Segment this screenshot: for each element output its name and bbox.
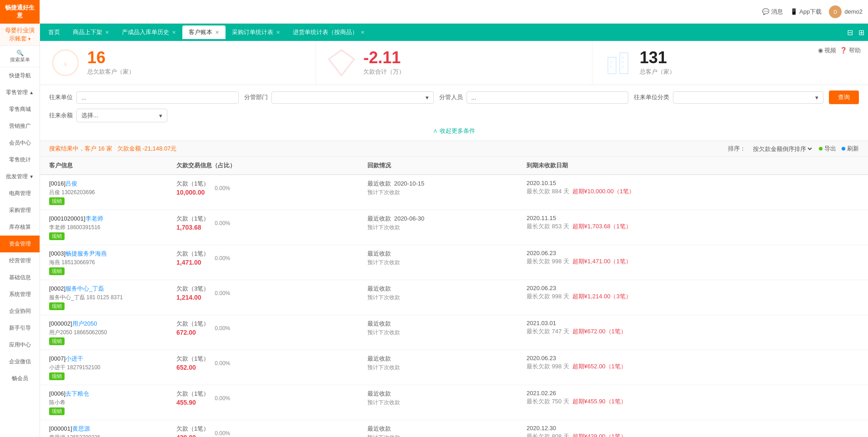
debt-amount-2[interactable]: 1,471.00	[176, 259, 209, 266]
sidebar-item-newbie[interactable]: 新手引导	[0, 320, 40, 337]
customer-name-1[interactable]: 李老师	[85, 215, 103, 222]
customer-info-2: [0003]畅捷服务尹海燕 海燕 18513066976 现销	[49, 250, 176, 275]
overdue-5: 最长欠款 998 天 超期¥652.00（1笔）	[527, 362, 859, 371]
unit-category-select[interactable]: ▾	[673, 91, 823, 104]
sidebar-item-app-center[interactable]: 应用中心	[0, 337, 40, 353]
message-button[interactable]: 💬 消息	[762, 8, 783, 16]
tab-instock-stats[interactable]: 进货单统计表（按商品）✕	[286, 25, 371, 39]
suite-selector[interactable]: 母婴行业演示账套 ▾	[0, 24, 40, 46]
customer-name-5[interactable]: 小进干	[65, 355, 83, 362]
customer-name-0[interactable]: 吕俊	[65, 180, 77, 187]
coin-icon: ¥	[51, 48, 80, 77]
tab-purchase-order[interactable]: 采购订单统计表 ✕	[226, 25, 286, 39]
debt-count-0: 欠款（1笔）	[176, 180, 209, 188]
app-download-button[interactable]: 📱 App下载	[790, 8, 822, 16]
tab-product-instock[interactable]: 产成品入库单历史 ✕	[115, 25, 182, 39]
customer-phone-2: 海燕 18513066976	[49, 259, 176, 266]
debt-amount-5[interactable]: 652.00	[176, 364, 209, 371]
tab-product-offshelf[interactable]: 商品上下架 ✕	[66, 25, 115, 39]
overdue-link-5[interactable]: 超期¥652.00（1笔）	[572, 363, 627, 370]
tab-maximize-button[interactable]: ⊞	[857, 27, 866, 38]
debt-info-5: 欠款（1笔） 652.00 0.00%	[176, 355, 367, 372]
customer-tag-3: 现销	[49, 302, 65, 310]
sidebar-item-system[interactable]: 系统管理	[0, 286, 40, 303]
sidebar-item-vip-member[interactable]: 畅会员	[0, 370, 40, 387]
overdue-link-3[interactable]: 超期¥1,214.00（3笔）	[572, 293, 632, 300]
balance-select[interactable]: 选择... ▾	[76, 109, 167, 122]
customer-tag-5: 现销	[49, 372, 65, 380]
sidebar: 畅捷通好生意 母婴行业演示账套 ▾ 🔍 搜索菜单 快捷导航 零售管理 ▲ 零售商…	[0, 0, 40, 437]
overdue-link-2[interactable]: 超期¥1,471.00（1笔）	[572, 258, 632, 265]
debt-amount-3[interactable]: 1,214.00	[176, 294, 209, 301]
next-repay-5: 预计下次收款	[367, 364, 527, 372]
sidebar-item-inventory[interactable]: 库存核算	[0, 219, 40, 236]
sidebar-item-finance[interactable]: 资金管理	[0, 236, 40, 252]
customer-name-2[interactable]: 畅捷服务尹海燕	[65, 250, 107, 257]
debt-amount-0[interactable]: 10,000.00	[176, 189, 209, 196]
customer-id-5: [0007]	[49, 355, 65, 362]
customer-tag-4: 现销	[49, 337, 65, 345]
sidebar-item-batch-mgmt[interactable]: 批发管理 ▼	[0, 168, 40, 185]
overdue-link-7[interactable]: 超期¥429.00（1笔）	[572, 433, 627, 437]
sidebar-item-ops[interactable]: 经营管理	[0, 252, 40, 269]
table-row: [0007]小进干 小进干 18279152100 现销 欠款（1笔） 652.…	[40, 350, 868, 385]
sidebar-item-basic-info[interactable]: 基础信息	[0, 269, 40, 286]
debt-amount-7[interactable]: 429.00	[176, 434, 209, 437]
sidebar-item-retail-mgmt[interactable]: 零售管理 ▲	[0, 84, 40, 101]
sidebar-item-retail-mall[interactable]: 零售商城	[0, 101, 40, 118]
collapse-button[interactable]: ∧ 收起更多条件	[49, 127, 859, 135]
sidebar-item-ecommerce[interactable]: 电商管理	[0, 185, 40, 202]
sidebar-item-purchase[interactable]: 采购管理	[0, 202, 40, 219]
debt-amount-6[interactable]: 455.90	[176, 399, 209, 406]
customer-name-4[interactable]: 用户2050	[72, 320, 97, 327]
user-menu[interactable]: D demo2	[829, 5, 863, 18]
debt-amount-4[interactable]: 672.00	[176, 329, 209, 336]
sidebar-item-enterprise[interactable]: 企业协同	[0, 303, 40, 320]
overdue-link-1[interactable]: 超期¥1,703.68（1笔）	[572, 223, 632, 230]
tab-home[interactable]: 首页	[42, 25, 66, 39]
from-unit-input[interactable]: ...	[76, 91, 239, 104]
diamond-icon	[327, 48, 356, 77]
debt-amount-1[interactable]: 1,703.68	[176, 224, 209, 231]
search-menu[interactable]: 🔍 搜索菜单	[0, 46, 40, 67]
overdue-link-4[interactable]: 超期¥672.00（1笔）	[572, 328, 627, 335]
debt-count-2: 欠款（1笔）	[176, 250, 209, 258]
overdue-link-6[interactable]: 超期¥455.90（1笔）	[572, 398, 627, 405]
customer-phone-1: 李老师 18600391516	[49, 224, 176, 231]
overdue-link-0[interactable]: 超期¥10,000.00（1笔）	[572, 188, 635, 195]
search-button[interactable]: 查询	[829, 90, 859, 104]
customer-name-3[interactable]: 服务中心_丁磊	[65, 285, 104, 292]
next-repay-3: 预计下次收款	[367, 294, 527, 301]
due-info-6: 2021.02.26 最长欠款 750 天 超期¥455.90（1笔）	[527, 390, 859, 406]
svg-rect-8	[622, 61, 624, 63]
svg-rect-6	[610, 65, 612, 68]
sidebar-item-marketing[interactable]: 营销推广	[0, 118, 40, 135]
dept-select[interactable]: ▾	[271, 91, 434, 104]
sidebar-item-member[interactable]: 会员中心	[0, 135, 40, 151]
repay-info-1: 最近收款 2020-06-30 预计下次收款	[367, 215, 527, 231]
debt-count-5: 欠款（1笔）	[176, 355, 209, 363]
customer-id-3: [0002]	[49, 285, 65, 292]
svg-rect-5	[610, 61, 612, 63]
debt-customers-number: 16	[87, 50, 135, 66]
due-info-1: 2020.11.15 最长欠款 853 天 超期¥1,703.68（1笔）	[527, 215, 859, 231]
last-repay-6: 最近收款	[367, 390, 527, 398]
customer-name-6[interactable]: 去下粮仓	[65, 390, 89, 397]
sidebar-item-enterprise-wechat[interactable]: 企业微信	[0, 353, 40, 370]
sidebar-item-quick-nav[interactable]: 快捷导航	[0, 67, 40, 84]
help-button[interactable]: ❓ 帮助	[840, 46, 861, 55]
unit-category-filter: 往来单位分类 ▾	[634, 91, 823, 104]
from-unit-dots: ...	[81, 94, 86, 101]
tab-minimize-button[interactable]: ⊟	[845, 27, 855, 38]
customer-name-7[interactable]: 黄思源	[72, 425, 90, 432]
export-button[interactable]: 导出	[819, 145, 836, 153]
repay-info-7: 最近收款 预计下次收款	[367, 425, 527, 437]
sort-select[interactable]: 按欠款金额倒序排序	[751, 145, 813, 153]
manager-input[interactable]: ...	[467, 91, 629, 104]
refresh-button[interactable]: 刷新	[842, 145, 859, 153]
video-help-button[interactable]: ◉ 视频	[818, 46, 837, 55]
tab-customer-account[interactable]: 客户账本 ✕	[182, 25, 226, 39]
debt-percent-3: 0.00%	[215, 290, 230, 296]
sidebar-item-retail-stats[interactable]: 零售统计	[0, 151, 40, 168]
customer-info-7: [000001]黄思源 黄思源 13552700226 现销	[49, 425, 176, 437]
